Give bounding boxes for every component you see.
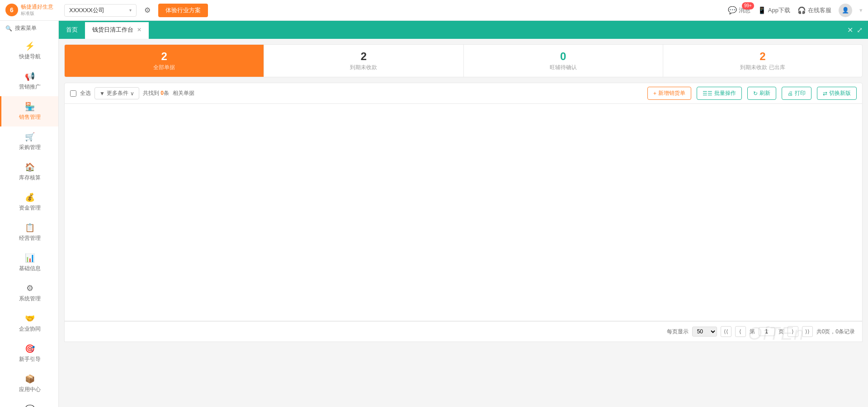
sidebar-item-label: 应用中心: [19, 386, 41, 393]
per-page-label: 每页显示: [667, 328, 689, 336]
tab-home[interactable]: 首页: [59, 21, 85, 39]
online-service-button[interactable]: 🎧 在线客服: [797, 6, 831, 14]
search-menu-label: 搜索菜单: [15, 24, 37, 32]
sidebar-item-label: 新手引导: [19, 356, 41, 363]
add-sales-order-button[interactable]: + 新增销货单: [647, 87, 691, 100]
logo-text-area: 畅捷通好生意 标准版: [21, 4, 53, 16]
toolbar-right: + 新增销货单 ☰☰ 批量操作 ↻ 刷新 🖨 打印 ⇄ 切换新版: [647, 87, 857, 100]
app-download-button[interactable]: 📱 App下载: [758, 6, 790, 14]
tab-home-label: 首页: [66, 26, 78, 34]
stat-card-all[interactable]: 2 全部单据: [65, 45, 264, 77]
logo-sub: 标准版: [21, 10, 53, 17]
sidebar-item-label: 系统管理: [19, 295, 41, 303]
sidebar-item-quick-nav[interactable]: ⚡ 快捷导航: [0, 36, 58, 66]
switch-icon: ⇄: [823, 90, 827, 97]
user-name-area[interactable]: ▾: [859, 7, 863, 14]
select-all-label: 全选: [80, 89, 91, 97]
batch-icon: ☰☰: [703, 90, 712, 97]
sidebar-item-system[interactable]: ⚙ 系统管理: [0, 278, 58, 308]
chevron-down-icon: ▾: [129, 8, 132, 13]
sidebar-item-marketing[interactable]: 📢 营销推广: [0, 66, 58, 96]
print-button[interactable]: 🖨 打印: [782, 87, 811, 100]
sidebar-item-app-center[interactable]: 📦 应用中心: [0, 369, 58, 399]
company-selector[interactable]: XXXXXX公司 ▾: [64, 4, 137, 17]
refresh-button[interactable]: ↻ 刷新: [747, 87, 776, 100]
per-page-select[interactable]: 50 100 200: [692, 327, 717, 337]
sidebar-item-finance[interactable]: 💰 资金管理: [0, 187, 58, 217]
online-service-icon: 🎧: [797, 6, 806, 14]
last-page-button[interactable]: ⟩⟩: [802, 326, 813, 337]
filter-chevron-icon: ∨: [130, 90, 134, 97]
filter-button[interactable]: ▼ 更多条件 ∨: [94, 87, 139, 99]
select-all-checkbox[interactable]: [70, 90, 76, 97]
sidebar: 🔍 搜索菜单 ⚡ 快捷导航 📢 营销推广 🏪 销售管理 🛒 采购管理 🏠 库存核…: [0, 21, 59, 407]
stat-number-all: 2: [74, 50, 255, 63]
sales-icon: 🏪: [25, 102, 35, 112]
stat-card-pending[interactable]: 0 旺辅待确认: [464, 45, 663, 77]
found-text: 共找到 0条: [143, 89, 169, 97]
stat-label-overdue: 到期未收款: [273, 64, 454, 71]
sidebar-item-label: 企业协同: [19, 325, 41, 333]
app-download-label: App下载: [768, 6, 790, 14]
tab-workbench-close[interactable]: ✕: [137, 27, 142, 33]
empty-placeholder: [65, 104, 862, 321]
sidebar-item-guide[interactable]: 🎯 新手引导: [0, 338, 58, 369]
switch-version-button[interactable]: ⇄ 切换新版: [817, 87, 857, 100]
stat-card-overdue[interactable]: 2 到期未收款: [264, 45, 463, 77]
system-icon: ⚙: [26, 283, 33, 293]
cooperation-icon: 🤝: [25, 313, 35, 323]
sidebar-item-purchase[interactable]: 🛒 采购管理: [0, 126, 58, 157]
nav-minimize-btn[interactable]: ✕: [847, 26, 853, 34]
stat-label-all: 全部单据: [74, 64, 255, 71]
nav-expand-btn[interactable]: ⤢: [857, 26, 863, 34]
search-menu-item[interactable]: 🔍 搜索菜单: [0, 21, 58, 36]
next-page-button[interactable]: ⟩: [788, 326, 798, 337]
tab-workbench-label: 钱货日清工作台: [92, 26, 133, 34]
message-button[interactable]: 💬 消息 99+: [728, 6, 750, 14]
print-label: 打印: [795, 89, 806, 97]
add-icon: +: [653, 90, 656, 97]
print-icon: 🖨: [788, 90, 793, 97]
page-number-input[interactable]: [759, 327, 775, 336]
sidebar-item-label: 基础信息: [19, 265, 41, 272]
sidebar-item-cooperation[interactable]: 🤝 企业协同: [0, 308, 58, 338]
table-area: [64, 104, 863, 321]
quick-nav-icon: ⚡: [25, 41, 35, 51]
stat-label-pending: 旺辅待确认: [473, 64, 654, 71]
stat-number-overdue-out: 2: [672, 50, 853, 63]
app-center-icon: 📦: [25, 374, 35, 384]
avatar[interactable]: 👤: [839, 4, 852, 17]
page-suffix: 页: [778, 328, 784, 336]
sidebar-item-label: 快捷导航: [19, 53, 41, 61]
stat-number-overdue: 2: [273, 50, 454, 63]
logo-area: 6 畅捷通好生意 标准版: [5, 4, 64, 16]
sidebar-item-operations[interactable]: 📋 经营管理: [0, 217, 58, 248]
related-label: 相关单据: [173, 89, 194, 97]
tab-workbench[interactable]: 钱货日清工作台 ✕: [85, 21, 149, 39]
filter-icon: ▼: [99, 90, 105, 97]
page-prefix: 第: [750, 328, 755, 336]
stat-label-overdue-out: 到期未收款 已出库: [672, 64, 853, 71]
stat-card-overdue-out[interactable]: 2 到期未收款 已出库: [663, 45, 862, 77]
total-records: 共0页，0条记录: [816, 328, 855, 336]
batch-operation-button[interactable]: ☰☰ 批量操作: [697, 87, 742, 100]
purchase-icon: 🛒: [25, 132, 35, 142]
sidebar-item-basic-info[interactable]: 📊 基础信息: [0, 248, 58, 278]
prev-page-button[interactable]: ⟨: [735, 326, 746, 337]
first-page-button[interactable]: ⟨⟨: [721, 326, 731, 337]
sidebar-item-label: 采购管理: [19, 144, 41, 151]
switch-label: 切换新版: [829, 89, 851, 97]
header-right: 💬 消息 99+ 📱 App下载 🎧 在线客服 👤 ▾: [728, 4, 863, 17]
sidebar-item-wechat[interactable]: 💬 企业微信: [0, 399, 58, 407]
basic-info-icon: 📊: [25, 253, 35, 263]
trial-button[interactable]: 体验行业方案: [158, 4, 208, 17]
filter-label: 更多条件: [107, 89, 128, 97]
settings-button[interactable]: ⚙: [140, 3, 155, 18]
online-service-label: 在线客服: [808, 6, 831, 14]
sidebar-item-inventory[interactable]: 🏠 库存核算: [0, 157, 58, 187]
nav-tab-actions: ✕ ⤢: [847, 26, 868, 34]
refresh-label: 刷新: [760, 89, 770, 97]
sidebar-item-sales[interactable]: 🏪 销售管理: [0, 96, 58, 126]
top-header: 6 畅捷通好生意 标准版 XXXXXX公司 ▾ ⚙ 体验行业方案 💬 消息 99…: [0, 0, 868, 21]
stats-row: 2 全部单据 2 到期未收款 0 旺辅待确认 2 到期未收款 已出库: [64, 44, 863, 77]
